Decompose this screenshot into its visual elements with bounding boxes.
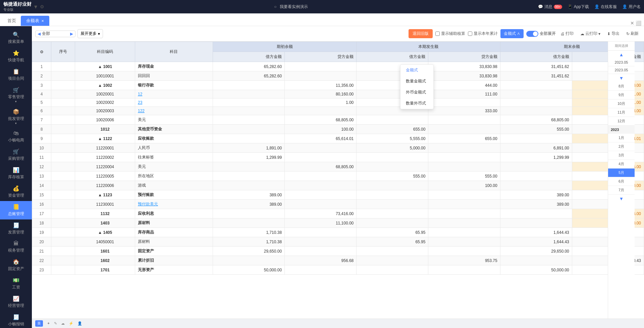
period-item-5[interactable]: 5月 bbox=[608, 169, 635, 177]
print-btn[interactable]: 🖨 打印 bbox=[558, 29, 576, 38]
table-row: 1311220005所在地区555.00555.00 bbox=[32, 172, 644, 181]
cell-name[interactable]: 12 bbox=[135, 90, 213, 99]
tab-balance-sheet[interactable]: 余额表 ✕ bbox=[21, 16, 49, 26]
period-bottom-nav[interactable]: ▼ bbox=[608, 195, 635, 203]
sidebar-item-invoice[interactable]: 🧾 发票管理 bbox=[0, 219, 32, 238]
period-item-11[interactable]: 11月 bbox=[608, 108, 635, 117]
period-item-10[interactable]: 10月 bbox=[608, 100, 635, 108]
cell-code: 11230001 bbox=[75, 200, 135, 209]
period-item-4[interactable]: 4月 bbox=[608, 160, 635, 169]
toggle-switch-control[interactable] bbox=[526, 31, 538, 37]
demo-link[interactable]: 我要看实例演示 bbox=[280, 4, 308, 10]
tab-close-icon[interactable]: ✕ bbox=[41, 19, 44, 23]
cloud-print-btn[interactable]: ☁ 云打印 ▾ bbox=[578, 29, 602, 38]
cell-row-settings bbox=[51, 81, 75, 90]
expand-more-btn[interactable]: 展开更多 ▾ bbox=[77, 29, 103, 38]
expand-all-toggle: 全部展开 bbox=[526, 31, 556, 37]
aux-checkbox[interactable] bbox=[435, 31, 440, 36]
cell-name[interactable]: 23 bbox=[135, 99, 213, 107]
toolbar-left: ◀ ▶ 展开更多 ▾ bbox=[35, 29, 103, 38]
sidebar-item-assets[interactable]: 🏠 固定资产 bbox=[0, 256, 32, 274]
period-item-9[interactable]: 9月 bbox=[608, 91, 635, 100]
dropdown-item-qty-foreign[interactable]: 数量外币式 bbox=[400, 98, 433, 109]
period-item-6[interactable]: 6月 bbox=[608, 177, 635, 186]
settings-icon[interactable]: ⚙ bbox=[40, 4, 44, 9]
col-cl-debit: 借方金额 bbox=[500, 52, 572, 62]
tab-home[interactable]: 首页 bbox=[3, 16, 20, 26]
status-star[interactable]: ✦ bbox=[47, 321, 50, 326]
cell-code: ▲ 1405 bbox=[75, 228, 135, 237]
cell-name: 应收利息 bbox=[135, 209, 213, 218]
cell-row-num: 9 bbox=[32, 134, 51, 143]
sidebar-item-management[interactable]: 📈 经营管理 bbox=[0, 293, 32, 311]
cell-row-num: 12 bbox=[32, 162, 51, 172]
period-down-nav[interactable]: ▼ bbox=[608, 74, 635, 82]
col-cur-credit: 贷方金额 bbox=[428, 52, 500, 62]
message-btn[interactable]: 💬 消息 99+ bbox=[538, 4, 562, 10]
sidebar-item-ledger[interactable]: 📒 总账管理 bbox=[0, 201, 32, 219]
cell-amount-op_c: 65,614.01 bbox=[285, 134, 357, 143]
user-avatar[interactable]: 👤 用户名 bbox=[622, 4, 641, 10]
cell-row-num: 20 bbox=[32, 237, 51, 247]
sidebar-item-finance[interactable]: 💰 资金管理 bbox=[0, 183, 32, 201]
sidebar-item-retail[interactable]: 🛒 零售管理 ▾ bbox=[0, 84, 32, 106]
cell-name: 库存商品 bbox=[135, 228, 213, 237]
cell-row-num: 18 bbox=[32, 218, 51, 228]
cell-name[interactable]: 122 bbox=[135, 107, 213, 115]
cell-name[interactable]: 预付款美元 bbox=[135, 200, 213, 209]
sidebar-item-quick-nav[interactable]: ⭐ 快捷导航 bbox=[0, 47, 32, 66]
cell-row-num: 2 bbox=[32, 71, 51, 81]
ledger-icon: 📒 bbox=[1, 204, 31, 210]
status-edit[interactable]: ✎ bbox=[54, 321, 57, 326]
dropdown-item-qty-amount[interactable]: 数量金额式 bbox=[400, 76, 433, 87]
period-item-2023-05-a[interactable]: 2023.05 bbox=[608, 59, 635, 66]
dropdown-item-foreign-amount[interactable]: 外币金额式 bbox=[400, 87, 433, 98]
search-left-arrow[interactable]: ◀ bbox=[38, 31, 41, 36]
sidebar-item-wholesale[interactable]: 📦 批发管理 ▾ bbox=[0, 106, 32, 128]
status-lightning[interactable]: ⚡ bbox=[69, 321, 73, 326]
period-item-12[interactable]: 12月 bbox=[608, 117, 635, 126]
amount-mode-btn[interactable]: 金额式 ∧ bbox=[500, 29, 524, 38]
period-item-3[interactable]: 3月 bbox=[608, 151, 635, 160]
ytd-checkbox[interactable] bbox=[468, 31, 472, 36]
cell-code: 11220001 bbox=[75, 143, 135, 153]
cell-amount-cur_c bbox=[428, 190, 500, 200]
sidebar-item-expense[interactable]: 🧾 小畅报销 bbox=[0, 311, 32, 328]
sidebar-item-search[interactable]: 🔍 搜索菜单 bbox=[0, 29, 32, 47]
refresh-btn[interactable]: ↻ 刷新 bbox=[624, 29, 641, 38]
status-user[interactable]: 👤 bbox=[77, 321, 82, 326]
cell-name: 应收账款 bbox=[135, 134, 213, 143]
logo-title: 畅捷通好业财 bbox=[3, 1, 32, 7]
return-old-btn[interactable]: 退回旧版 bbox=[409, 29, 433, 38]
status-cloud[interactable]: ☁ bbox=[61, 321, 65, 326]
period-up-nav[interactable]: ▲ bbox=[608, 51, 635, 59]
status-lang[interactable]: 英 bbox=[35, 320, 43, 327]
export-btn[interactable]: ⬇ 导出 bbox=[605, 29, 622, 38]
period-item-2023-05-b[interactable]: 2023.05 bbox=[608, 66, 635, 74]
search-box[interactable]: ◀ ▶ bbox=[35, 30, 75, 37]
sidebar-item-salary[interactable]: 💵 工资 bbox=[0, 274, 32, 293]
window-restore-btn[interactable]: ⬜ bbox=[636, 20, 641, 26]
expand-arrow2: ▾ bbox=[1, 122, 31, 125]
window-close-btn[interactable]: ✕ bbox=[630, 20, 634, 26]
online-service-btn[interactable]: 👤 在线客服 bbox=[594, 4, 617, 10]
period-item-2[interactable]: 2月 bbox=[608, 142, 635, 151]
period-item-1[interactable]: 1月 bbox=[608, 134, 635, 142]
cell-name: 游戏 bbox=[135, 181, 213, 190]
sidebar-item-inventory[interactable]: 📊 库存核算 bbox=[0, 164, 32, 183]
col-cur-debit: 借方金额 bbox=[357, 52, 428, 62]
search-input[interactable] bbox=[42, 31, 69, 36]
app-download-btn[interactable]: 📱 App下载 bbox=[568, 4, 589, 10]
period-item-7[interactable]: 7月 bbox=[608, 186, 635, 195]
sidebar-item-purchase[interactable]: 🛒 采购管理 bbox=[0, 146, 32, 164]
sidebar-item-tax[interactable]: 🏛 税务管理 bbox=[0, 238, 32, 256]
col-settings[interactable]: ⚙ bbox=[32, 42, 51, 62]
dropdown-item-amount[interactable]: 金额式 bbox=[400, 65, 433, 76]
cell-row-num: 23 bbox=[32, 265, 51, 275]
dropdown-arrow[interactable]: ▾ bbox=[34, 3, 37, 10]
search-right-arrow[interactable]: ▶ bbox=[70, 31, 73, 36]
sidebar-item-project[interactable]: 📋 项目合同 bbox=[0, 66, 32, 84]
cell-code: 1012 bbox=[75, 125, 135, 134]
sidebar-item-ecommerce[interactable]: 🛍 小畅电商 bbox=[0, 128, 32, 146]
period-item-8[interactable]: 8月 bbox=[608, 82, 635, 91]
